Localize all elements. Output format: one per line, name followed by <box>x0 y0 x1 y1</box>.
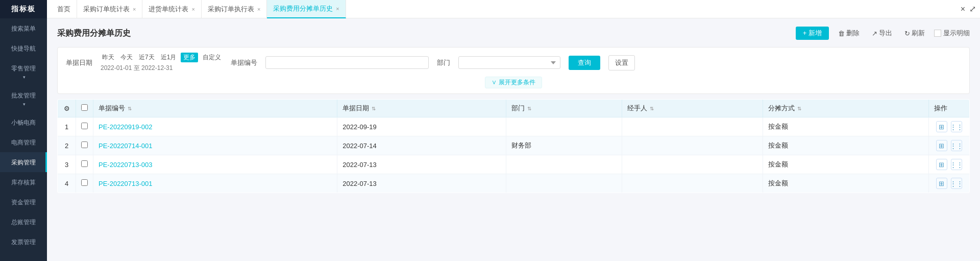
dept-select[interactable] <box>458 56 560 69</box>
active-indicator <box>45 152 47 172</box>
row-edit-icon-4[interactable]: ⊞ <box>936 178 947 189</box>
tab-close-purchase-order-exec[interactable]: × <box>257 6 260 12</box>
close-window-icon[interactable]: × <box>961 5 965 14</box>
doc-no-filter-label: 单据编号 <box>231 58 257 67</box>
main-content: 首页 采购订单统计表 × 进货单统计表 × 采购订单执行表 × 采购费用分摊单历… <box>47 0 980 261</box>
row-doc-no-3: PE-20220713-003 <box>93 155 337 174</box>
export-icon: ↗ <box>872 30 877 37</box>
tab-close-purchase-order-stats[interactable]: × <box>133 6 136 12</box>
page-title: 采购费用分摊单历史 <box>57 28 131 39</box>
row-split-method-3: 按金额 <box>763 155 928 174</box>
sidebar-item-mini[interactable]: 小畅电商 <box>0 112 47 132</box>
sidebar: 指标板 搜索菜单 快捷导航 零售管理 ▾ 批发管理 ▾ 小畅电商 电商管理 采购… <box>0 0 47 261</box>
row-actions-1: ⊞ ⋮⋮ <box>929 117 970 136</box>
row-doc-date-3: 2022-07-13 <box>337 155 506 174</box>
sort-icon-handler[interactable]: ⇅ <box>650 106 654 111</box>
expand-conditions-button[interactable]: ∨ 展开更多条件 <box>485 77 542 88</box>
sort-icon-doc-no[interactable]: ⇅ <box>128 106 132 111</box>
export-button[interactable]: ↗ 导出 <box>869 27 895 39</box>
row-dept-1 <box>506 117 622 136</box>
sort-icon-doc-date[interactable]: ⇅ <box>372 106 376 111</box>
select-all-checkbox[interactable] <box>81 104 88 111</box>
settings-button[interactable]: 设置 <box>608 55 635 70</box>
sidebar-item-finance[interactable]: 资金管理 <box>0 192 47 212</box>
row-checkbox-2[interactable] <box>81 141 88 148</box>
chevron-down-icon: ∨ <box>492 79 498 86</box>
sort-icon-dept[interactable]: ⇅ <box>527 106 531 111</box>
row-handler-2 <box>622 136 763 155</box>
table-header-row: ⚙ 单据编号 ⇅ 单据日期 ⇅ <box>58 100 970 117</box>
fullscreen-icon[interactable]: ⤢ <box>969 4 976 14</box>
query-button[interactable]: 查询 <box>569 56 600 70</box>
row-check-2 <box>76 136 93 155</box>
row-edit-icon-1[interactable]: ⊞ <box>936 121 947 132</box>
sidebar-item-search[interactable]: 搜索菜单 <box>0 18 47 38</box>
date-range-display: 2022-01-01 至 2022-12-31 <box>101 64 223 73</box>
sidebar-item-ledger[interactable]: 总账管理 <box>0 212 47 232</box>
date-shortcut-yesterday[interactable]: 昨天 <box>101 53 116 62</box>
display-cols-toggle[interactable]: 显示明细 <box>934 29 970 38</box>
row-edit-icon-2[interactable]: ⊞ <box>936 140 947 151</box>
row-more-icon-4[interactable]: ⋮⋮ <box>951 178 962 189</box>
date-shortcut-custom[interactable]: 自定义 <box>201 53 223 62</box>
display-cols-checkbox[interactable] <box>934 30 941 37</box>
sidebar-item-wholesale[interactable]: 批发管理 ▾ <box>0 85 47 112</box>
row-check-1 <box>76 117 93 136</box>
th-doc-no: 单据编号 ⇅ <box>93 100 337 117</box>
tab-home[interactable]: 首页 <box>51 0 77 18</box>
tab-bar-actions: × ⤢ <box>961 4 976 14</box>
th-dept: 部门 ⇅ <box>506 100 622 117</box>
delete-button[interactable]: 🗑 删除 <box>835 27 863 39</box>
row-check-3 <box>76 155 93 174</box>
doc-no-link-2[interactable]: PE-20220714-001 <box>99 142 153 150</box>
sidebar-item-inventory[interactable]: 库存核算 <box>0 172 47 192</box>
table-row: 1 PE-20220919-002 2022-09-19 按金额 ⊞ ⋮⋮ <box>58 117 970 136</box>
th-split-method: 分摊方式 ⇅ <box>763 100 928 117</box>
table-row: 3 PE-20220713-003 2022-07-13 按金额 ⊞ ⋮⋮ <box>58 155 970 174</box>
date-filter-label: 单据日期 <box>66 58 92 67</box>
expand-row: ∨ 展开更多条件 <box>66 77 961 88</box>
tab-close-purchase-cost-history[interactable]: × <box>336 6 339 12</box>
row-num-4: 4 <box>58 174 76 193</box>
row-doc-date-2: 2022-07-14 <box>337 136 506 155</box>
page-title-row: 采购费用分摊单历史 + 新增 🗑 删除 ↗ 导出 ↻ 刷新 显示明细 <box>57 27 970 40</box>
table-settings-icon[interactable]: ⚙ <box>64 105 70 112</box>
row-more-icon-1[interactable]: ⋮⋮ <box>951 121 962 132</box>
new-button[interactable]: + 新增 <box>796 27 829 40</box>
sort-icon-split-method[interactable]: ⇅ <box>797 106 801 111</box>
dept-filter-label: 部门 <box>437 58 450 67</box>
row-doc-date-4: 2022-07-13 <box>337 174 506 193</box>
sidebar-item-invoice[interactable]: 发票管理 <box>0 232 47 252</box>
tab-purchase-cost-history[interactable]: 采购费用分摊单历史 × <box>267 0 346 18</box>
doc-no-link-3[interactable]: PE-20220713-003 <box>99 161 153 169</box>
date-shortcut-1month[interactable]: 近1月 <box>159 53 178 62</box>
doc-no-link-4[interactable]: PE-20220713-001 <box>99 180 153 187</box>
doc-no-link-1[interactable]: PE-20220919-002 <box>99 123 153 131</box>
row-edit-icon-3[interactable]: ⊞ <box>936 159 947 170</box>
row-more-icon-3[interactable]: ⋮⋮ <box>951 159 962 170</box>
row-actions-2: ⊞ ⋮⋮ <box>929 136 970 155</box>
tab-close-goods-received-stats[interactable]: × <box>191 6 194 12</box>
tab-purchase-order-exec[interactable]: 采购订单执行表 × <box>202 0 267 18</box>
refresh-button[interactable]: ↻ 刷新 <box>901 27 928 39</box>
row-checkbox-1[interactable] <box>81 123 88 129</box>
date-shortcut-today[interactable]: 今天 <box>119 53 134 62</box>
row-checkbox-3[interactable] <box>81 160 88 167</box>
toolbar: + 新增 🗑 删除 ↗ 导出 ↻ 刷新 显示明细 <box>796 27 970 40</box>
sidebar-item-purchase[interactable]: 采购管理 <box>0 152 47 172</box>
sidebar-item-retail[interactable]: 零售管理 ▾ <box>0 58 47 85</box>
tab-purchase-order-stats[interactable]: 采购订单统计表 × <box>77 0 142 18</box>
row-actions-3: ⊞ ⋮⋮ <box>929 155 970 174</box>
th-actions: 操作 <box>929 100 970 117</box>
sidebar-item-ecommerce[interactable]: 电商管理 <box>0 132 47 152</box>
row-dept-4 <box>506 174 622 193</box>
row-checkbox-4[interactable] <box>81 179 88 186</box>
date-shortcut-7days[interactable]: 近7天 <box>137 53 156 62</box>
sidebar-item-quicknav[interactable]: 快捷导航 <box>0 38 47 58</box>
doc-no-input[interactable] <box>265 56 429 69</box>
th-check <box>76 100 93 117</box>
tab-goods-received-stats[interactable]: 进货单统计表 × <box>142 0 201 18</box>
date-shortcut-more[interactable]: 更多 <box>181 53 198 62</box>
row-split-method-1: 按金额 <box>763 117 928 136</box>
row-more-icon-2[interactable]: ⋮⋮ <box>951 140 962 151</box>
